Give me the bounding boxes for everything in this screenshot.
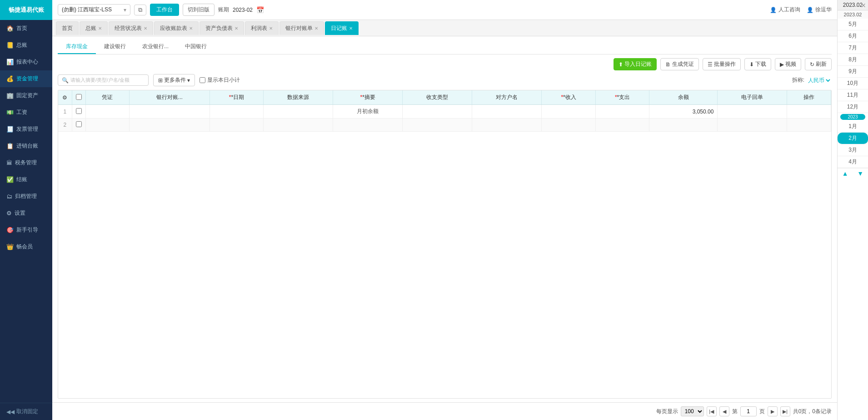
funds-icon: 💰 bbox=[6, 75, 14, 82]
period-label: 账期 bbox=[218, 6, 229, 14]
generate-voucher-button[interactable]: 🗎 生成凭证 bbox=[660, 58, 699, 70]
support-button[interactable]: 👤 人工咨询 bbox=[770, 6, 800, 14]
refresh-button[interactable]: ↻ 刷新 bbox=[805, 58, 832, 70]
main-content: (勿删) 江西瑞宝-LSS ▾ ⧉ 工作台 切到旧版 账期 2023-02 📅 … bbox=[52, 0, 837, 420]
tab-balance-sheet-close[interactable]: ✕ bbox=[234, 26, 238, 31]
first-page-button[interactable]: |◀ bbox=[707, 406, 717, 416]
sidebar-item-guide[interactable]: 🎯 新手引导 bbox=[0, 222, 52, 238]
period-month-8[interactable]: 8月 bbox=[838, 54, 868, 66]
page-size-select[interactable]: 100 50 20 10 bbox=[681, 406, 704, 416]
period-month-11[interactable]: 11月 bbox=[838, 89, 868, 101]
sidebar-item-settings[interactable]: ⚙ 设置 bbox=[0, 205, 52, 222]
unpin-button[interactable]: ◀◀ 取消固定 bbox=[0, 403, 52, 420]
row-checkbox-2[interactable] bbox=[76, 121, 82, 127]
download-button[interactable]: ⬇ 下载 bbox=[744, 58, 771, 70]
more-conditions-button[interactable]: ⊞ 更多条件 ▾ bbox=[153, 74, 195, 86]
select-all-checkbox[interactable] bbox=[76, 94, 82, 100]
sub-tab-ccb[interactable]: 建设银行 bbox=[96, 40, 134, 54]
page-content: 库存现金 建设银行 农业银行... 中国银行 ⬆ 导入日记账 🗎 生成凭证 bbox=[52, 36, 837, 402]
tab-receivables[interactable]: 应收账款表 ✕ bbox=[154, 21, 199, 35]
sub-tab-cash[interactable]: 库存现金 bbox=[58, 40, 96, 54]
col-balance: 余额 bbox=[649, 90, 718, 105]
row-bank-match-1 bbox=[130, 105, 210, 119]
row-voucher-1 bbox=[85, 105, 130, 119]
col-voucher: 凭证 bbox=[85, 90, 130, 105]
salary-icon: 💵 bbox=[6, 109, 14, 116]
tab-receivables-close[interactable]: ✕ bbox=[189, 26, 193, 31]
app-logo: 畅捷通易代账 bbox=[0, 0, 52, 20]
show-today-checkbox[interactable]: 显示本日小计 bbox=[200, 76, 240, 84]
batch-operation-button[interactable]: ☰ 批量操作 bbox=[703, 58, 741, 70]
calendar-icon[interactable]: 📅 bbox=[256, 6, 264, 14]
row-e-invoice-2 bbox=[718, 119, 787, 132]
sidebar-item-tax[interactable]: 🏛 税务管理 bbox=[0, 154, 52, 171]
row-check-1 bbox=[72, 105, 85, 119]
tab-home[interactable]: 首页 bbox=[56, 21, 79, 35]
sidebar-item-purchase-sales[interactable]: 📋 进销台账 bbox=[0, 138, 52, 154]
sub-tab-abc-label: 农业银行... bbox=[142, 43, 169, 49]
sub-tab-boc[interactable]: 中国银行 bbox=[177, 40, 215, 54]
currency-select[interactable]: 人民币 bbox=[806, 77, 832, 84]
tab-journal-close[interactable]: ✕ bbox=[349, 26, 353, 31]
period-month-2[interactable]: 2月 bbox=[838, 133, 868, 144]
sidebar-item-label: 归档管理 bbox=[15, 193, 37, 200]
tab-balance-sheet[interactable]: 资产负债表 ✕ bbox=[200, 21, 244, 35]
copy-button[interactable]: ⧉ bbox=[134, 5, 146, 15]
page-number-input[interactable] bbox=[740, 406, 757, 416]
sidebar-item-reports[interactable]: 📊 报表中心 bbox=[0, 54, 52, 70]
tab-bank-statement[interactable]: 银行对账单 ✕ bbox=[279, 21, 324, 35]
tab-ledger-close[interactable]: ✕ bbox=[98, 26, 102, 31]
tab-bank-statement-close[interactable]: ✕ bbox=[314, 26, 318, 31]
sidebar-item-invoice[interactable]: 🧾 发票管理 bbox=[0, 121, 52, 138]
sidebar-item-label: 固定资产 bbox=[16, 92, 38, 99]
last-page-button[interactable]: ▶| bbox=[780, 406, 790, 416]
search-input[interactable]: 🔍 请输入摘要/类型/户名/金额 bbox=[58, 74, 149, 86]
import-journal-button[interactable]: ⬆ 导入日记账 bbox=[614, 58, 657, 70]
period-nav-down[interactable]: ▼ bbox=[857, 170, 863, 177]
tab-business-status[interactable]: 经营状况表 ✕ bbox=[109, 21, 153, 35]
tab-business-status-close[interactable]: ✕ bbox=[144, 26, 147, 31]
sub-tab-abc[interactable]: 农业银行... bbox=[134, 40, 177, 54]
period-month-5[interactable]: 5月 bbox=[838, 19, 868, 30]
data-table: ⚙ 凭证 银行对账... **日期 数据来源 **摘要 收支类型 对方户名 **… bbox=[58, 90, 832, 399]
period-month-7[interactable]: 7月 bbox=[838, 42, 868, 54]
period-nav-up[interactable]: ▲ bbox=[842, 170, 848, 177]
user-profile[interactable]: 👤 徐逗华 bbox=[807, 6, 832, 14]
tab-ledger[interactable]: 总账 ✕ bbox=[80, 21, 108, 35]
row-e-invoice-1 bbox=[718, 105, 787, 119]
period-month-6[interactable]: 6月 bbox=[838, 30, 868, 42]
row-checkbox-1[interactable] bbox=[76, 108, 82, 114]
sidebar-item-fixed-assets[interactable]: 🏢 固定资产 bbox=[0, 87, 52, 104]
sidebar-item-archive[interactable]: 🗂 归档管理 bbox=[0, 188, 52, 205]
row-counterpart-2 bbox=[472, 119, 542, 132]
sidebar-item-salary[interactable]: 💵 工资 bbox=[0, 104, 52, 121]
tab-profit[interactable]: 利润表 ✕ bbox=[245, 21, 279, 35]
workspace-button[interactable]: 工作台 bbox=[150, 4, 179, 16]
sidebar-item-home[interactable]: 🏠 首页 bbox=[0, 20, 52, 37]
sidebar-item-funds[interactable]: 💰 资金管理 bbox=[0, 70, 52, 87]
tab-home-label: 首页 bbox=[62, 25, 73, 32]
period-month-1[interactable]: 1月 bbox=[838, 121, 868, 133]
sidebar: 畅捷通易代账 🏠 首页 📒 总账 📊 报表中心 💰 资金管理 🏢 固定资产 💵 … bbox=[0, 0, 52, 420]
sidebar-item-close-books[interactable]: ✅ 结账 bbox=[0, 171, 52, 188]
tab-profit-close[interactable]: ✕ bbox=[269, 26, 273, 31]
invoice-icon: 🧾 bbox=[6, 126, 14, 133]
old-version-button[interactable]: 切到旧版 bbox=[183, 4, 215, 16]
company-selector[interactable]: (勿删) 江西瑞宝-LSS ▾ bbox=[58, 4, 130, 15]
show-today-input[interactable] bbox=[200, 77, 205, 83]
period-month-9[interactable]: 9月 bbox=[838, 66, 868, 78]
sidebar-item-ledger[interactable]: 📒 总账 bbox=[0, 37, 52, 54]
next-page-button[interactable]: ▶ bbox=[768, 406, 778, 416]
video-button[interactable]: ▶ 视频 bbox=[775, 58, 801, 70]
tab-journal[interactable]: 日记账 ✕ bbox=[325, 21, 359, 35]
col-settings: ⚙ bbox=[58, 90, 72, 105]
period-month-3[interactable]: 3月 bbox=[838, 144, 868, 156]
period-panel-close[interactable]: ✕ bbox=[861, 2, 866, 9]
sidebar-item-member[interactable]: 👑 畅会员 bbox=[0, 238, 52, 255]
period-month-4[interactable]: 4月 bbox=[838, 156, 868, 168]
period-month-12[interactable]: 12月 bbox=[838, 101, 868, 113]
prev-page-button[interactable]: ◀ bbox=[719, 406, 729, 416]
refresh-icon: ↻ bbox=[810, 61, 814, 68]
period-month-10[interactable]: 10月 bbox=[838, 78, 868, 89]
sidebar-item-label: 首页 bbox=[16, 25, 27, 32]
